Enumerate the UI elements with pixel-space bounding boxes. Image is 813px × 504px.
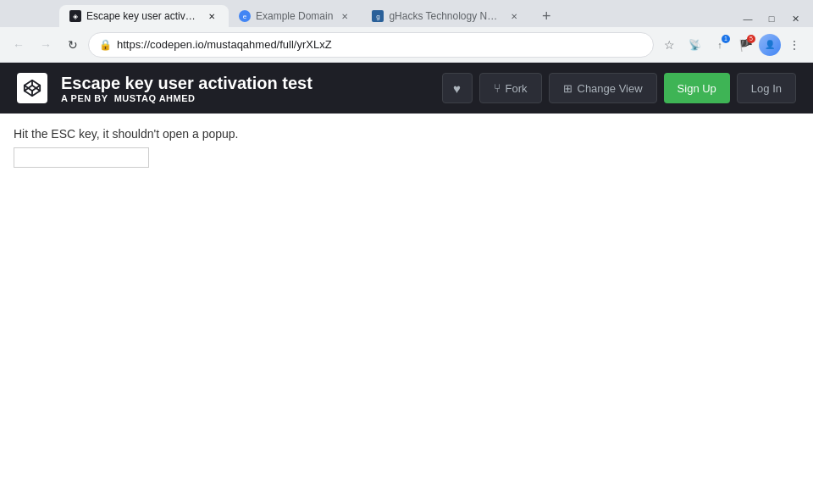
bookmark-button[interactable]: ☆: [657, 33, 681, 57]
page-content: Hit the ESC key, it shouldn't open a pop…: [0, 114, 813, 504]
tab-close-escape[interactable]: ✕: [205, 9, 218, 23]
tab-favicon-ghacks: g: [372, 10, 384, 22]
back-button[interactable]: ←: [7, 33, 30, 57]
codepen-header: Escape key user activation test A PEN BY…: [0, 63, 813, 114]
lock-icon: 🔒: [99, 39, 112, 51]
extension-area: ☆ 📡 ↑ 1 🏴 5 👤 ⋮: [657, 33, 806, 57]
title-bar: ◈ Escape key user activation test ✕ e Ex…: [0, 0, 813, 27]
forward-button[interactable]: →: [34, 33, 58, 57]
tab-close-ghacks[interactable]: ✕: [507, 9, 521, 23]
tab-title-example: Example Domain: [256, 10, 333, 22]
tab-example[interactable]: e Example Domain ✕: [229, 5, 362, 27]
tabs-area: ◈ Escape key user activation test ✕ e Ex…: [0, 5, 730, 27]
tab-close-example[interactable]: ✕: [338, 9, 351, 23]
codepen-title-area: Escape key user activation test A PEN BY…: [61, 73, 429, 103]
change-view-icon: ⊞: [563, 82, 572, 95]
tab-title-ghacks: gHacks Technology News: [389, 10, 502, 22]
heart-button[interactable]: ♥: [442, 73, 473, 103]
page-instruction: Hit the ESC key, it shouldn't open a pop…: [14, 127, 799, 141]
codepen-author[interactable]: Mustaq Ahmed: [114, 93, 196, 103]
page-input[interactable]: [14, 147, 149, 168]
signup-button[interactable]: Sign Up: [664, 73, 730, 103]
menu-button[interactable]: ⋮: [783, 33, 806, 57]
codepen-logo-icon: [23, 79, 41, 97]
fork-button[interactable]: ⑂ Fork: [479, 73, 542, 103]
address-text: https://codepen.io/mustaqahmed/full/yrXL…: [117, 38, 643, 51]
ext-up-button[interactable]: ↑ 1: [708, 33, 732, 57]
minimize-button[interactable]: —: [737, 10, 759, 27]
tab-favicon-example: e: [239, 10, 251, 22]
maximize-button[interactable]: □: [760, 10, 783, 27]
cast-button[interactable]: 📡: [683, 33, 706, 57]
tab-title-escape: Escape key user activation test: [86, 10, 200, 22]
address-bar-row: ← → ↻ 🔒 https://codepen.io/mustaqahmed/f…: [0, 27, 813, 63]
codepen-author-line: A PEN BY Mustaq Ahmed: [61, 93, 429, 103]
signup-label: Sign Up: [678, 82, 716, 95]
address-bar[interactable]: 🔒 https://codepen.io/mustaqahmed/full/yr…: [88, 32, 654, 58]
codepen-actions: ♥ ⑂ Fork ⊞ Change View Sign Up Log In: [442, 73, 797, 103]
fork-label: Fork: [506, 82, 528, 95]
window-controls: — □ ✕: [730, 5, 813, 27]
tab-favicon-codepen: ◈: [69, 10, 81, 22]
change-view-button[interactable]: ⊞ Change View: [549, 73, 657, 103]
profile-avatar[interactable]: 👤: [759, 34, 781, 56]
browser-chrome: ◈ Escape key user activation test ✕ e Ex…: [0, 0, 813, 63]
codepen-subtitle-prefix: A PEN BY: [61, 93, 108, 103]
tab-escape[interactable]: ◈ Escape key user activation test ✕: [59, 5, 229, 27]
heart-icon: ♥: [453, 81, 461, 96]
new-tab-button[interactable]: +: [534, 5, 558, 27]
login-button[interactable]: Log In: [737, 73, 796, 103]
change-view-label: Change View: [578, 82, 643, 95]
ext-flag-button[interactable]: 🏴 5: [733, 33, 757, 57]
codepen-pen-title: Escape key user activation test: [61, 73, 429, 93]
close-button[interactable]: ✕: [784, 10, 806, 27]
login-label: Log In: [751, 82, 782, 95]
tab-ghacks[interactable]: g gHacks Technology News ✕: [362, 5, 531, 27]
fork-icon: ⑂: [494, 81, 501, 95]
reload-button[interactable]: ↻: [61, 33, 85, 57]
codepen-logo[interactable]: [17, 73, 47, 103]
